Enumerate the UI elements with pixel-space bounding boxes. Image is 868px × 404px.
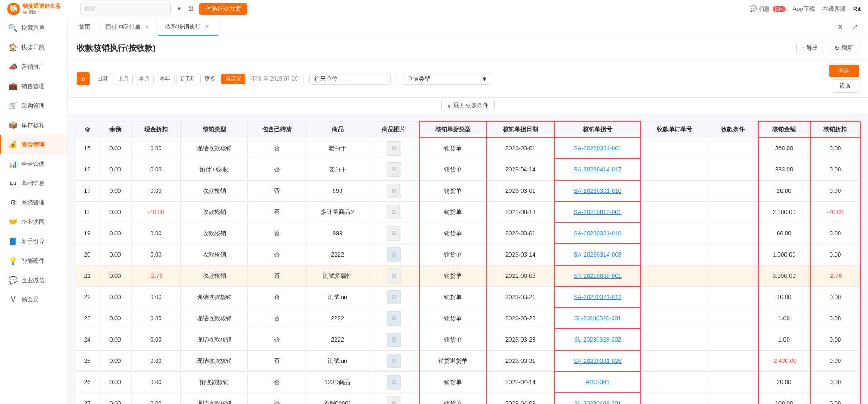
cell-bill-no[interactable]: SA-20230301-010 bbox=[554, 180, 641, 201]
table-row: 27 0.00 0.00 现结收款核销 否 衣服00001 🖼 销货单 2023… bbox=[75, 393, 861, 404]
tab-close-all-btn[interactable]: ✕ bbox=[834, 21, 846, 33]
sidebar-item-hardware[interactable]: 💡 智能硬件 bbox=[0, 251, 67, 271]
sidebar-item-quicknav[interactable]: 🏠 快捷导航 bbox=[0, 38, 67, 57]
cell-balance: 0.00 bbox=[99, 371, 131, 393]
cell-bill-no[interactable]: SL-20230408-001 bbox=[554, 393, 641, 404]
cell-goods: 999 bbox=[306, 223, 369, 244]
cell-amount: 100.00 bbox=[758, 393, 810, 404]
sidebar-item-enterprise[interactable]: 🤝 企业协同 bbox=[0, 212, 67, 232]
sidebar-label-sales: 销售管理 bbox=[21, 82, 45, 90]
cell-balance: 0.00 bbox=[99, 286, 131, 308]
cell-bill-no[interactable]: SA-20210813-001 bbox=[554, 201, 641, 223]
cell-bill-no[interactable]: SA-20230301-001 bbox=[554, 138, 641, 159]
cell-settled: 否 bbox=[248, 371, 306, 393]
cell-bill-no[interactable]: SL-20230328-001 bbox=[554, 308, 641, 329]
partner-filter[interactable]: 往来单位 ... bbox=[309, 73, 391, 85]
filter-row: 日期 上月 本月 本年 近7天 更多 自定义 不限 至 2023-07-26 往… bbox=[97, 73, 822, 85]
cell-goods: 999 bbox=[306, 180, 369, 201]
tab-collection-close[interactable]: ✕ bbox=[203, 23, 211, 30]
cell-type: 收款核销 bbox=[180, 223, 247, 244]
sales-icon: 💼 bbox=[9, 82, 18, 90]
product-image: 🖼 bbox=[387, 141, 401, 156]
sidebar-item-inventory[interactable]: 📦 库存核算 bbox=[0, 115, 67, 135]
tab-prepay[interactable]: 预付冲应付单 ✕ bbox=[98, 18, 158, 36]
cell-cash-discount: -70.00 bbox=[131, 201, 180, 223]
right-actions: 💬 消息 99+ App下载 在线客服 Rit bbox=[750, 5, 861, 13]
tab-collection[interactable]: 收款核销执行 ✕ bbox=[158, 18, 218, 36]
expand-more-btn[interactable]: ∨ 展开更多条件 bbox=[441, 100, 495, 111]
date-btn-last-month[interactable]: 上月 bbox=[114, 74, 133, 84]
date-btn-more[interactable]: 更多 bbox=[200, 74, 219, 84]
dropdown-btn[interactable]: ▼ bbox=[176, 5, 182, 12]
app-download[interactable]: App下载 bbox=[793, 5, 815, 13]
content-area: 首页 预付冲应付单 ✕ 收款核销执行 ✕ ✕ ⤢ 收款核销执行(按收款) bbox=[68, 18, 868, 404]
cell-bill-no[interactable]: SL-20230328-002 bbox=[554, 329, 641, 350]
tab-home[interactable]: 首页 bbox=[71, 18, 98, 36]
notifications[interactable]: 💬 消息 99+ bbox=[750, 5, 786, 13]
sidebar: 🔍 搜索菜单 🏠 快捷导航 📣 营销推广 💼 销售管理 🛒 采购管理 📦 库存核… bbox=[0, 18, 68, 404]
sidebar-item-purchase[interactable]: 🛒 采购管理 bbox=[0, 96, 67, 115]
tab-prepay-close[interactable]: ✕ bbox=[143, 24, 151, 31]
sidebar-item-marketing[interactable]: 📣 营销推广 bbox=[0, 57, 67, 76]
cell-bill-no[interactable]: SA-20230314-008 bbox=[554, 244, 641, 265]
cell-bill-no[interactable]: ABC-001 bbox=[554, 371, 641, 393]
filter-expand-btn[interactable]: » bbox=[77, 72, 90, 85]
product-image: 🖼 bbox=[387, 354, 401, 368]
cell-amount: 60.00 bbox=[758, 223, 810, 244]
table-row: 22 0.00 0.00 现结收款核销 否 测试jun 🖼 销货单 2023-0… bbox=[75, 286, 861, 308]
sidebar-item-basic[interactable]: 🗂 基础信息 bbox=[0, 174, 67, 193]
cell-image: 🖼 bbox=[369, 223, 419, 244]
sidebar-item-system[interactable]: ⚙ 系统管理 bbox=[0, 193, 67, 212]
cell-goods: 2222 bbox=[306, 329, 369, 350]
cell-bill-no[interactable]: SA-20230301-010 bbox=[554, 223, 641, 244]
sidebar-item-search[interactable]: 🔍 搜索菜单 bbox=[0, 18, 67, 38]
query-btn[interactable]: 查询 bbox=[829, 65, 859, 77]
sidebar-label-operation: 经营管理 bbox=[21, 160, 45, 168]
industry-btn[interactable]: 体验行业方案 bbox=[199, 3, 247, 15]
sidebar-item-operation[interactable]: 📊 经营管理 bbox=[0, 154, 67, 174]
cell-bill-no[interactable]: SA-20230331-026 bbox=[554, 350, 641, 371]
cell-bill-date: 2023-03-01 bbox=[486, 138, 554, 159]
date-btn-7days[interactable]: 近7天 bbox=[176, 74, 198, 84]
username: Rit bbox=[853, 5, 861, 12]
sidebar-label-hardware: 智能硬件 bbox=[21, 257, 45, 265]
cell-discount: 0.00 bbox=[810, 180, 860, 201]
settings-btn[interactable]: 设置 bbox=[832, 79, 859, 93]
sidebar-item-guide[interactable]: 📘 新手引导 bbox=[0, 232, 67, 251]
cell-settled: 否 bbox=[248, 393, 306, 404]
expand-more-row: ∨ 展开更多条件 bbox=[68, 98, 868, 115]
cell-bill-no[interactable]: SA-20230321-012 bbox=[554, 286, 641, 308]
cell-balance: 0.00 bbox=[99, 308, 131, 329]
product-image: 🖼 bbox=[387, 375, 401, 390]
sidebar-label-guide: 新手引导 bbox=[21, 238, 45, 246]
date-btn-this-year[interactable]: 本年 bbox=[156, 74, 175, 84]
table-row: 21 0.00 -2.76 收款核销 否 测试多属性 🖼 销货单 2021-08… bbox=[75, 265, 861, 286]
sidebar-item-member[interactable]: V 畅会员 bbox=[0, 290, 67, 309]
cell-discount: 0.00 bbox=[810, 393, 860, 404]
cell-amount: 20.00 bbox=[758, 180, 810, 201]
sidebar-item-capital[interactable]: 💰 资金管理 bbox=[0, 135, 67, 154]
sidebar-item-sales[interactable]: 💼 销售管理 bbox=[0, 76, 67, 96]
table-row: 18 0.00 -70.00 收款核销 否 多计量商品2 🖼 销货单 2021-… bbox=[75, 201, 861, 223]
cell-image: 🖼 bbox=[369, 201, 419, 223]
gear-icon[interactable]: ⚙ bbox=[188, 5, 194, 13]
cell-bill-no[interactable]: SA-20230414-017 bbox=[554, 159, 641, 180]
date-btn-this-month[interactable]: 本月 bbox=[135, 74, 154, 84]
tab-maximize-btn[interactable]: ⤢ bbox=[848, 21, 861, 33]
cell-discount: -2.76 bbox=[810, 265, 860, 286]
bill-type-filter[interactable]: 单据类型 ▼ bbox=[402, 73, 492, 85]
cell-bill-date: 2021-08-08 bbox=[486, 265, 554, 286]
sidebar-item-wechat[interactable]: 💬 企业微信 bbox=[0, 271, 67, 290]
cell-bill-no[interactable]: SA-20210808-001 bbox=[554, 265, 641, 286]
cell-payment-terms bbox=[708, 350, 758, 371]
th-gear[interactable]: ⚙ bbox=[75, 121, 99, 138]
cell-payment-terms bbox=[708, 393, 758, 404]
export-btn[interactable]: ↑ 导出 bbox=[796, 42, 825, 54]
online-service[interactable]: 在线客服 bbox=[822, 5, 846, 13]
cell-cash-discount: 0.00 bbox=[131, 244, 180, 265]
date-btn-custom[interactable]: 自定义 bbox=[221, 74, 245, 84]
guide-icon: 📘 bbox=[9, 237, 18, 246]
refresh-btn[interactable]: ↻ 刷新 bbox=[829, 42, 859, 54]
date-label: 日期 bbox=[97, 75, 108, 83]
search-box[interactable]: 搜索... bbox=[80, 3, 171, 15]
